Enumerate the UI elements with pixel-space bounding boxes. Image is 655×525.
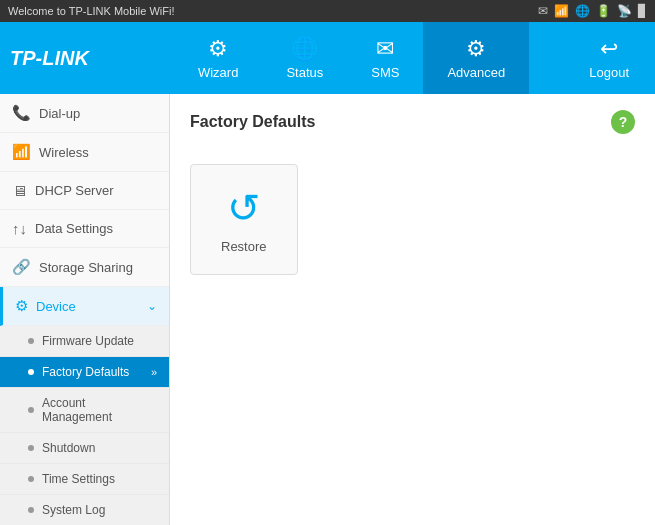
nav-items: ⚙ Wizard 🌐 Status ✉ SMS ⚙ Advanced — [130, 22, 573, 94]
sidebar-item-dialup[interactable]: 📞 Dial-up — [0, 94, 169, 133]
main-layout: 📞 Dial-up 📶 Wireless 🖥 DHCP Server ↑↓ Da… — [0, 94, 655, 525]
wizard-icon: ⚙ — [208, 36, 228, 62]
submenu-dot-account — [28, 407, 34, 413]
globe-status-icon: 🌐 — [575, 4, 590, 18]
bars-status-icon: ▊ — [638, 4, 647, 18]
content-area: Factory Defaults ? ↺ Restore — [170, 94, 655, 525]
submenu-factory-defaults[interactable]: Factory Defaults » — [0, 357, 169, 388]
help-button[interactable]: ? — [611, 110, 635, 134]
page-title: Factory Defaults — [190, 113, 315, 131]
status-icon: 🌐 — [291, 36, 318, 62]
device-icon: ⚙ — [15, 297, 28, 315]
submenu-arrow-icon: » — [151, 366, 157, 378]
submenu-dot-shutdown — [28, 445, 34, 451]
nav-logout[interactable]: ↩ Logout — [573, 28, 645, 88]
sidebar-item-wireless[interactable]: 📶 Wireless — [0, 133, 169, 172]
battery-status-icon: 🔋 — [596, 4, 611, 18]
restore-label: Restore — [221, 239, 267, 254]
submenu-syslog-label: System Log — [42, 503, 105, 517]
sidebar-storage-sharing-label: Storage Sharing — [39, 260, 133, 275]
navbar: TP-LINK ⚙ Wizard 🌐 Status ✉ SMS ⚙ Advanc… — [0, 22, 655, 94]
status-bar: Welcome to TP-LINK Mobile WiFi! ✉ 📶 🌐 🔋 … — [0, 0, 655, 22]
sidebar-device-label: Device — [36, 299, 76, 314]
content-header: Factory Defaults ? — [190, 110, 635, 134]
signal-status-icon: 📶 — [554, 4, 569, 18]
chevron-down-icon: ⌄ — [147, 299, 157, 313]
nav-advanced-label: Advanced — [447, 65, 505, 80]
submenu-factory-label: Factory Defaults — [42, 365, 129, 379]
sidebar-item-data-settings[interactable]: ↑↓ Data Settings — [0, 210, 169, 248]
sidebar-wireless-label: Wireless — [39, 145, 89, 160]
restore-icon: ↺ — [227, 185, 261, 231]
nav-logout-label: Logout — [589, 65, 629, 80]
logo: TP-LINK — [10, 47, 130, 70]
submenu-shutdown-label: Shutdown — [42, 441, 95, 455]
sidebar-item-device[interactable]: ⚙ Device ⌄ — [0, 287, 169, 326]
submenu-account-label: Account Management — [42, 396, 157, 424]
submenu-time-label: Time Settings — [42, 472, 115, 486]
sms-icon: ✉ — [376, 36, 394, 62]
dhcp-icon: 🖥 — [12, 182, 27, 199]
logout-icon: ↩ — [600, 36, 618, 62]
status-icons: ✉ 📶 🌐 🔋 📡 ▊ — [538, 4, 647, 18]
submenu-firmware-update[interactable]: Firmware Update — [0, 326, 169, 357]
submenu-firmware-label: Firmware Update — [42, 334, 134, 348]
submenu-dot-time — [28, 476, 34, 482]
submenu-dot-factory — [28, 369, 34, 375]
sidebar: 📞 Dial-up 📶 Wireless 🖥 DHCP Server ↑↓ Da… — [0, 94, 170, 525]
dialup-icon: 📞 — [12, 104, 31, 122]
nav-advanced[interactable]: ⚙ Advanced — [423, 22, 529, 94]
submenu-system-log[interactable]: System Log — [0, 495, 169, 525]
status-bar-title: Welcome to TP-LINK Mobile WiFi! — [8, 5, 174, 17]
submenu-time-settings[interactable]: Time Settings — [0, 464, 169, 495]
sidebar-dialup-label: Dial-up — [39, 106, 80, 121]
nav-sms-label: SMS — [371, 65, 399, 80]
sidebar-submenu: Firmware Update Factory Defaults » Accou… — [0, 326, 169, 525]
restore-box[interactable]: ↺ Restore — [190, 164, 298, 275]
submenu-account-management[interactable]: Account Management — [0, 388, 169, 433]
nav-wizard-label: Wizard — [198, 65, 238, 80]
nav-sms[interactable]: ✉ SMS — [347, 22, 423, 94]
sidebar-dhcp-label: DHCP Server — [35, 183, 114, 198]
nav-status[interactable]: 🌐 Status — [262, 22, 347, 94]
nav-status-label: Status — [286, 65, 323, 80]
sidebar-item-storage-sharing[interactable]: 🔗 Storage Sharing — [0, 248, 169, 287]
sidebar-data-settings-label: Data Settings — [35, 221, 113, 236]
nav-wizard[interactable]: ⚙ Wizard — [174, 22, 262, 94]
email-status-icon: ✉ — [538, 4, 548, 18]
storage-sharing-icon: 🔗 — [12, 258, 31, 276]
submenu-shutdown[interactable]: Shutdown — [0, 433, 169, 464]
wireless-icon: 📶 — [12, 143, 31, 161]
advanced-icon: ⚙ — [466, 36, 486, 62]
submenu-dot-firmware — [28, 338, 34, 344]
wifi-status-icon: 📡 — [617, 4, 632, 18]
sidebar-item-dhcp[interactable]: 🖥 DHCP Server — [0, 172, 169, 210]
data-settings-icon: ↑↓ — [12, 220, 27, 237]
submenu-dot-syslog — [28, 507, 34, 513]
